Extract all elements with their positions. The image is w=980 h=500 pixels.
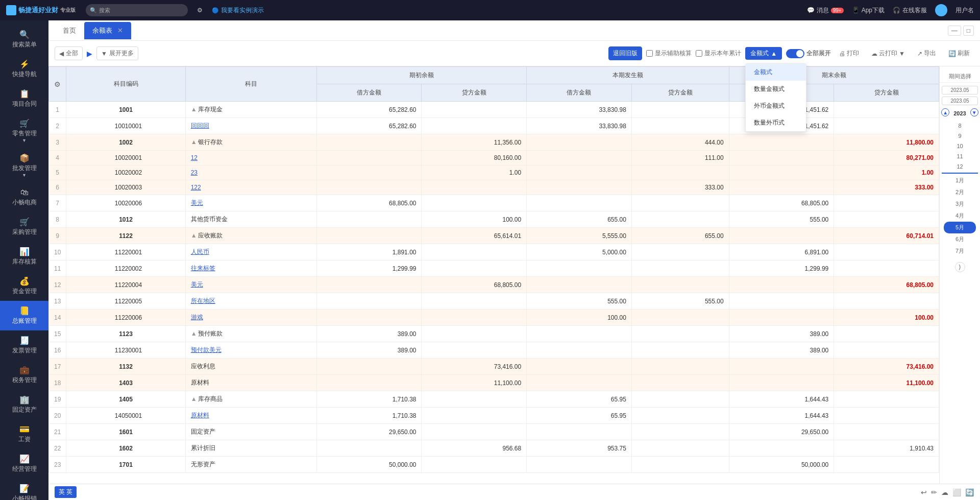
tab-home[interactable]: 首页 xyxy=(55,22,84,39)
month-4[interactable]: 4月 xyxy=(940,210,980,222)
main-content: 首页 余额表 ✕ — □ ◀ 全部 ▶ ▼ 展开更多 退回旧版 xyxy=(48,20,980,500)
edit-icon[interactable]: ✏ xyxy=(931,488,937,496)
dropdown-item-qty-foreign[interactable]: 数量外币式 xyxy=(746,114,806,131)
sidebar-item-invoice[interactable]: 🧾 发票管理 xyxy=(0,330,48,360)
cloud-save-icon[interactable]: ☁ xyxy=(941,488,948,496)
refresh-btn[interactable]: 🔄 刷新 xyxy=(944,47,974,60)
month-9[interactable]: 9 xyxy=(940,131,980,141)
message-btn[interactable]: 💬 消息 99+ xyxy=(807,6,844,15)
account-code: 1601 xyxy=(66,424,185,440)
expand-all-toggle[interactable]: 全部展开 xyxy=(786,49,831,58)
sidebar-item-assets[interactable]: 🏢 固定资产 xyxy=(0,390,48,419)
account-name[interactable]: 预付款美元 xyxy=(185,342,316,359)
month-6[interactable]: 6月 xyxy=(940,233,980,245)
undo-icon[interactable]: ↩ xyxy=(921,488,927,496)
sidebar-item-retail[interactable]: 🛒 零售管理 ▼ xyxy=(0,113,48,148)
cl-credit xyxy=(834,408,939,424)
sidebar-item-label: 搜索菜单 xyxy=(0,40,48,49)
tab-close-btn[interactable]: ✕ xyxy=(117,27,123,34)
window-minimize-btn[interactable]: — xyxy=(948,26,961,36)
bottom-bar: 英 英 ↩ ✏ ☁ ⬜ 🔄 xyxy=(48,484,980,500)
gear-icon[interactable]: ⚙ xyxy=(197,7,203,14)
account-code: 1701 xyxy=(66,457,185,473)
sidebar-item-expense[interactable]: 📝 小畅报销 xyxy=(0,479,48,500)
month-3[interactable]: 3月 xyxy=(940,198,980,210)
row-num: 13 xyxy=(49,293,66,309)
month-2[interactable]: 2月 xyxy=(940,186,980,198)
auxiliary-checkbox[interactable] xyxy=(646,50,653,57)
month-5[interactable]: 5月 xyxy=(944,222,976,233)
cl-credit: 11,800.00 xyxy=(834,134,939,151)
sidebar-item-search[interactable]: 🔍 搜索菜单 xyxy=(0,25,48,54)
account-name[interactable]: 23 xyxy=(185,165,316,180)
forward-btn[interactable]: ▶ xyxy=(87,50,92,58)
dropdown-item-foreign-amount[interactable]: 外币金额式 xyxy=(746,98,806,114)
cur-credit xyxy=(631,118,729,134)
account-name[interactable]: 回回回 xyxy=(185,118,316,134)
account-name[interactable]: 122 xyxy=(185,180,316,195)
ytd-checkbox[interactable] xyxy=(696,50,702,57)
sidebar-item-quicknav[interactable]: ⚡ 快捷导航 xyxy=(0,54,48,84)
account-name[interactable]: 美元 xyxy=(185,195,316,211)
show-ytd-check[interactable]: 显示本年累计 xyxy=(696,49,741,58)
demo-link[interactable]: 🔵 我要看实例演示 xyxy=(212,6,264,15)
sidebar-item-operations[interactable]: 📈 经营管理 xyxy=(0,449,48,479)
row-num: 3 xyxy=(49,134,66,151)
account-name[interactable]: 美元 xyxy=(185,277,316,293)
op-credit xyxy=(422,457,527,473)
export-btn[interactable]: ↗ 导出 xyxy=(913,47,940,60)
sidebar-item-purchase[interactable]: 🛒 采购管理 xyxy=(0,212,48,242)
dropdown-item-qty-amount[interactable]: 数量金额式 xyxy=(746,81,806,98)
sidebar-item-inventory[interactable]: 📊 库存核算 xyxy=(0,242,48,271)
cl-credit xyxy=(834,424,939,440)
collapse-panel-btn[interactable]: ⟩ xyxy=(940,261,980,273)
account-name[interactable]: 人民币 xyxy=(185,244,316,260)
tab-balance[interactable]: 余额表 ✕ xyxy=(84,22,131,39)
sidebar-item-finance[interactable]: 💰 资金管理 xyxy=(0,271,48,301)
cloud-print-btn[interactable]: ☁ 云打印 ▼ xyxy=(867,47,909,60)
month-8[interactable]: 8 xyxy=(940,121,980,131)
show-auxiliary-check[interactable]: 显示辅助核算 xyxy=(646,49,692,58)
account-name[interactable]: 原材料 xyxy=(185,408,316,424)
op-credit: 1.00 xyxy=(422,165,527,180)
op-debit: 50,000.00 xyxy=(316,457,422,473)
amount-mode-btn[interactable]: 金额式 ▲ xyxy=(745,47,782,60)
cur-credit xyxy=(631,424,729,440)
collapse-icon[interactable]: ⟩ xyxy=(955,262,965,272)
sidebar-item-wholesale[interactable]: 📦 批发管理 ▼ xyxy=(0,148,48,183)
all-label: 全部 xyxy=(66,49,78,58)
window-maximize-btn[interactable]: □ xyxy=(963,26,974,36)
online-service-btn[interactable]: 🎧 在线客服 xyxy=(893,6,927,15)
account-name[interactable]: 往来标签 xyxy=(185,260,316,277)
sidebar-item-salary[interactable]: 💳 工资 xyxy=(0,419,48,449)
back-btn[interactable]: ◀ 全部 xyxy=(55,46,83,60)
layout-icon[interactable]: ⬜ xyxy=(952,488,961,496)
sidebar-item-label: 资金管理 xyxy=(0,287,48,296)
month-12[interactable]: 12 xyxy=(940,161,980,172)
sidebar-item-ecommerce[interactable]: 🛍 小畅电商 xyxy=(0,183,48,212)
account-name[interactable]: 12 xyxy=(185,151,316,165)
sidebar-item-tax[interactable]: 💼 税务管理 xyxy=(0,360,48,390)
year-up-btn[interactable]: ▲ xyxy=(941,108,949,116)
sync-icon[interactable]: 🔄 xyxy=(965,488,974,496)
return-old-btn[interactable]: 退回旧版 xyxy=(608,46,642,60)
account-name[interactable]: 游戏 xyxy=(185,309,316,326)
account-name[interactable]: 所在地区 xyxy=(185,293,316,309)
month-7[interactable]: 7月 xyxy=(940,245,980,257)
print-btn[interactable]: 🖨 打印 xyxy=(835,47,863,60)
expand-more-btn[interactable]: ▼ 展开更多 xyxy=(96,46,138,60)
year-down-btn[interactable]: ▼ xyxy=(970,108,978,116)
table-settings-icon[interactable]: ⚙ xyxy=(54,80,61,88)
month-10[interactable]: 10 xyxy=(940,141,980,151)
dropdown-item-amount[interactable]: 金额式 xyxy=(746,64,806,81)
app-download-btn[interactable]: 📱 App下载 xyxy=(852,6,885,15)
sidebar-item-label: 发票管理 xyxy=(0,346,48,355)
month-11[interactable]: 11 xyxy=(940,151,980,161)
sidebar-item-ledger[interactable]: 📒 总账管理 xyxy=(0,301,48,330)
sidebar-item-project[interactable]: 📋 项目合同 xyxy=(0,84,48,113)
cl-debit: 68,805.00 xyxy=(729,195,834,211)
month-1[interactable]: 1月 xyxy=(940,175,980,186)
lang-btn[interactable]: 英 英 xyxy=(55,486,77,498)
op-credit xyxy=(422,118,527,134)
toggle-switch[interactable] xyxy=(786,49,804,58)
